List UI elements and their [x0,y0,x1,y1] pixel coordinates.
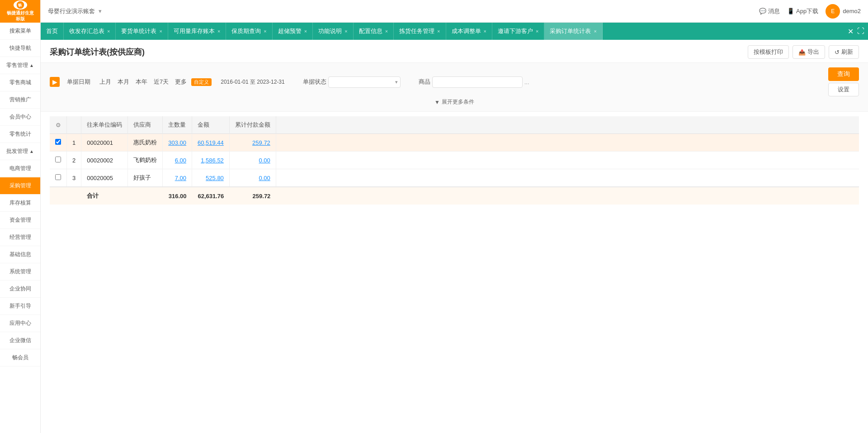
tab-baozhanqixun[interactable]: 保质期查询× [226,23,272,40]
sidebar-item-ecom[interactable]: 电商管理 [0,160,40,177]
sidebar-item-basic[interactable]: 基础信息 [0,246,40,263]
expand-more-button[interactable]: ▼ 展开更多条件 [434,98,474,106]
refresh-button[interactable]: ↺ 刷新 [829,45,859,59]
workspace-dropdown-icon[interactable]: ▾ [99,8,102,14]
message-button[interactable]: 💬 消息 [759,7,780,15]
topbar: 母婴行业演示账套 ▾ 💬 消息 📱 App下载 E demo2 [41,0,868,23]
th-amount: 金额 [192,116,230,134]
tab-yaohuodantongjibiao[interactable]: 要货单统计表× [116,23,168,40]
sidebar-item-marketing[interactable]: 营销推广 [0,91,40,109]
tab-close-tuokuorenwu[interactable]: × [437,29,440,34]
tab-label-peizhi: 配置信息 [359,27,382,35]
table-header-row: ⚙ 往来单位编码 供应商 主数量 金额 累计付款金额 [50,116,859,134]
sidebar-item-retail[interactable]: 零售管理 ▲ [0,57,40,74]
row-paid[interactable]: 259.72 [229,134,276,152]
main-area: 母婴行业演示账套 ▾ 💬 消息 📱 App下载 E demo2 首页收发存汇总表… [41,0,868,433]
date-custom-badge[interactable]: 自定义 [191,78,212,86]
tab-tuokuorenwu[interactable]: 拣货任务管理× [394,23,446,40]
table-container: ⚙ 往来单位编码 供应商 主数量 金额 累计付款金额 100020001惠氏奶粉… [41,112,868,209]
print-button[interactable]: 按模板打印 [748,45,789,59]
tab-close-chengbentiaozhe[interactable]: × [484,29,486,34]
sidebar-item-finance[interactable]: 资金管理 [0,212,40,229]
row-checkbox[interactable] [50,169,67,187]
filter-goods-area: 商品 ... [419,76,529,88]
tab-close-chaocuyujing[interactable]: × [304,29,307,34]
sidebar-item-purchase[interactable]: 采购管理 [0,177,40,195]
status-select[interactable]: 待审核 已审核 已关闭 [328,76,401,88]
date-shortcut-last-month[interactable]: 上月 [98,77,113,87]
app-download-button[interactable]: 📱 App下载 [787,7,818,15]
app-label: App下载 [796,7,818,15]
date-shortcut-this-year[interactable]: 本年 [134,77,149,87]
sidebar-item-members[interactable]: 会员中心 [0,109,40,126]
row-amount[interactable]: 1,586.52 [192,152,230,169]
tab-close-shoufafahuizong[interactable]: × [107,29,110,34]
row-amount[interactable]: 525.80 [192,169,230,187]
tab-caigou[interactable]: 采购订单统计表× [544,23,602,40]
tab-peizhi[interactable]: 配置信息× [354,23,394,40]
status-select-wrapper: 待审核 已审核 已关闭 [328,76,401,88]
row-index: 2 [67,152,81,169]
tab-home[interactable]: 首页 [41,23,64,40]
maximize-icon[interactable]: ⛶ [857,27,864,35]
tab-keyongliang[interactable]: 可用量库存账本× [168,23,226,40]
tab-shoufafahuizong[interactable]: 收发存汇总表× [64,23,116,40]
row-checkbox[interactable] [50,152,67,169]
sidebar-item-collab[interactable]: 企业协同 [0,281,40,298]
tab-close-yaoqingxiayou[interactable]: × [536,29,538,34]
sidebar-item-vip[interactable]: 畅会员 [0,349,40,366]
user-avatar: E [826,4,840,19]
logo-icon: 畅 [14,0,27,10]
sidebar-item-quicknav[interactable]: 快捷导航 [0,40,40,57]
th-empty [276,116,859,134]
goods-more-btn[interactable]: ... [524,79,529,86]
sidebar-item-appcenter[interactable]: 应用中心 [0,315,40,332]
sidebar-item-corpwechat[interactable]: 企业微信 [0,332,40,349]
filter-area: ▶ 单据日期 上月 本月 本年 近7天 更多 自定义 2016-01-01 至 … [41,63,868,112]
sidebar-item-inventory[interactable]: 库存核算 [0,195,40,212]
sidebar-item-wholesale[interactable]: 批发管理 ▲ [0,143,40,160]
row-amount[interactable]: 60,519.44 [192,134,230,152]
goods-input[interactable] [432,76,523,88]
sidebar-item-system[interactable]: 系统管理 [0,263,40,281]
tab-close-keyongliang[interactable]: × [217,29,220,34]
sidebar-item-search[interactable]: 搜索菜单 [0,23,40,40]
tab-close-baozhanqixun[interactable]: × [264,29,266,34]
tab-chaocuyujing[interactable]: 超储预警× [273,23,313,40]
sidebar-item-newguide[interactable]: 新手引导 [0,298,40,315]
app-name: 畅捷通好生意 [7,10,34,16]
sidebar-item-operations[interactable]: 经营管理 [0,229,40,246]
row-paid[interactable]: 0.00 [229,169,276,187]
sidebar-item-retailshop[interactable]: 零售商城 [0,74,40,91]
row-quantity[interactable]: 303.00 [163,134,192,152]
row-quantity[interactable]: 7.00 [163,169,192,187]
tab-close-gongnengshuo[interactable]: × [344,29,347,34]
tab-chengbentiaozhe[interactable]: 成本调整单× [446,23,492,40]
date-shortcut-this-month[interactable]: 本月 [116,77,131,87]
table-row[interactable]: 300020005好孩子7.00525.800.00 [50,169,859,187]
tab-close-yaohuodantongjibiao[interactable]: × [159,29,162,34]
page-header: 采购订单统计表(按供应商) 按模板打印 📤 导出 ↺ 刷新 [41,40,868,63]
tab-close-caigou[interactable]: × [594,29,596,34]
export-button[interactable]: 📤 导出 [793,45,825,59]
tab-close-peizhi[interactable]: × [385,29,388,34]
date-range-display: 2016-01-01 至 2023-12-31 [219,78,284,86]
row-checkbox[interactable] [50,134,67,152]
query-button[interactable]: 查询 [828,67,859,81]
row-empty [276,152,859,169]
expand-icon: ▼ [434,99,440,105]
date-shortcut-more[interactable]: 更多 [173,77,189,87]
tab-yaoqingxiayou[interactable]: 邀请下游客户× [492,23,544,40]
row-quantity[interactable]: 6.00 [163,152,192,169]
close-tab-icon[interactable]: ✕ [848,27,854,36]
table-row[interactable]: 200020002飞鹤奶粉6.001,586.520.00 [50,152,859,169]
row-paid[interactable]: 0.00 [229,152,276,169]
settings-button[interactable]: 设置 [828,83,859,96]
tab-gongnengshuo[interactable]: 功能说明× [313,23,353,40]
column-settings-icon[interactable]: ⚙ [56,122,61,128]
date-shortcut-7days[interactable]: 近7天 [152,77,170,87]
sidebar-item-retailstats[interactable]: 零售统计 [0,126,40,143]
filter-toggle-button[interactable]: ▶ [50,77,60,87]
row-code: 00020002 [81,152,128,169]
table-row[interactable]: 100020001惠氏奶粉303.0060,519.44259.72 [50,134,859,152]
